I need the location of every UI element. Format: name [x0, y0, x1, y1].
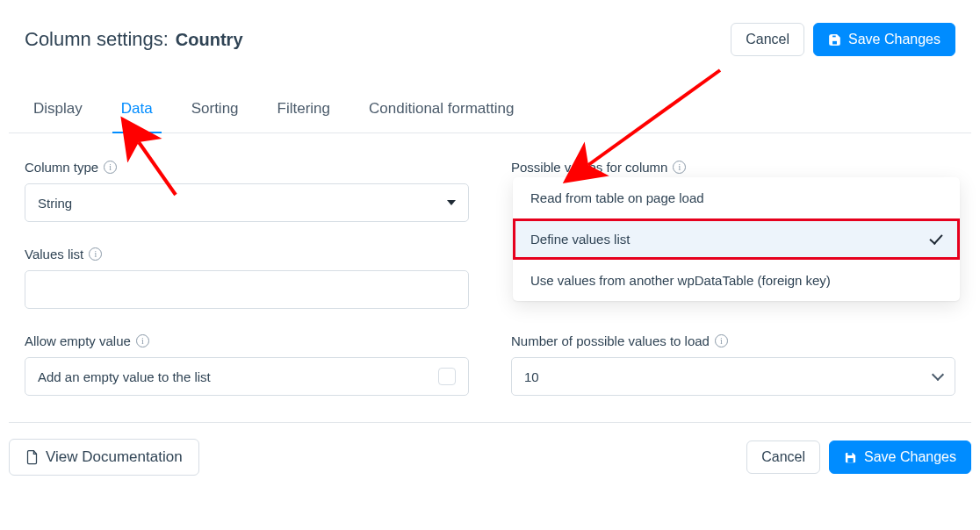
info-icon[interactable]: i — [136, 334, 149, 347]
tabs: Display Data Sorting Filtering Condition… — [9, 86, 971, 133]
cancel-button-label: Cancel — [746, 32, 789, 47]
tab-conditional-formatting[interactable]: Conditional formatting — [360, 86, 522, 133]
info-icon[interactable]: i — [104, 161, 117, 174]
footer-actions: Cancel Save Changes — [746, 440, 971, 474]
save-icon — [844, 451, 857, 464]
save-button[interactable]: Save Changes — [813, 23, 955, 56]
cancel-button[interactable]: Cancel — [731, 23, 804, 56]
chevron-down-icon — [932, 369, 944, 381]
caret-down-icon — [447, 200, 456, 205]
allow-empty-row[interactable]: Add an empty value to the list — [25, 357, 469, 396]
view-documentation-label: View Documentation — [46, 448, 183, 466]
document-icon — [25, 449, 39, 465]
svg-rect-3 — [847, 458, 853, 462]
dropdown-item[interactable]: Read from table on page load — [513, 177, 960, 218]
tab-data[interactable]: Data — [112, 86, 162, 133]
page-title: Column settings: Country — [25, 28, 243, 51]
field-column-type: Column type i String — [25, 160, 469, 222]
field-allow-empty: Allow empty value i Add an empty value t… — [25, 333, 469, 396]
column-type-label: Column type i — [25, 160, 469, 175]
title-label: Column settings: — [25, 28, 169, 51]
allow-empty-checkbox[interactable] — [438, 368, 456, 385]
cancel-button[interactable]: Cancel — [746, 440, 820, 474]
dropdown-item[interactable]: Use values from another wpDataTable (for… — [513, 260, 960, 301]
cancel-button-label: Cancel — [761, 449, 805, 465]
allow-empty-label: Allow empty value i — [25, 333, 469, 348]
check-icon — [929, 231, 942, 245]
svg-rect-0 — [832, 34, 836, 37]
column-type-value: String — [38, 196, 72, 211]
tab-display[interactable]: Display — [25, 86, 91, 133]
footer: View Documentation Cancel Save Changes — [9, 422, 971, 476]
header: Column settings: Country Cancel Save Cha… — [9, 9, 971, 56]
column-type-select[interactable]: String — [25, 183, 469, 222]
tab-sorting[interactable]: Sorting — [183, 86, 248, 133]
info-icon[interactable]: i — [89, 247, 102, 261]
save-button-label: Save Changes — [848, 32, 940, 47]
tab-filtering[interactable]: Filtering — [269, 86, 339, 133]
field-values-list: Values list i — [25, 247, 469, 309]
values-list-label: Values list i — [25, 247, 469, 261]
info-icon[interactable]: i — [673, 161, 686, 174]
view-documentation-button[interactable]: View Documentation — [9, 439, 199, 476]
num-possible-label: Number of possible values to load i — [511, 333, 955, 348]
title-value: Country — [176, 30, 243, 50]
info-icon[interactable]: i — [715, 334, 728, 347]
content: Column type i String Possible values for… — [9, 133, 971, 405]
num-possible-select[interactable]: 10 — [511, 357, 955, 396]
svg-rect-1 — [832, 40, 837, 45]
num-possible-value: 10 — [524, 369, 539, 384]
header-actions: Cancel Save Changes — [731, 23, 955, 56]
field-num-possible: Number of possible values to load i 10 — [511, 333, 955, 396]
possible-values-dropdown[interactable]: Read from table on page load Define valu… — [513, 177, 960, 301]
save-icon — [828, 33, 841, 47]
svg-rect-2 — [847, 452, 852, 455]
save-button[interactable]: Save Changes — [829, 440, 971, 474]
allow-empty-text: Add an empty value to the list — [38, 369, 211, 384]
values-list-input[interactable] — [25, 270, 469, 309]
dropdown-item-selected[interactable]: Define values list — [513, 218, 960, 260]
save-button-label: Save Changes — [864, 449, 956, 465]
possible-values-label: Possible values for column i — [511, 160, 955, 175]
